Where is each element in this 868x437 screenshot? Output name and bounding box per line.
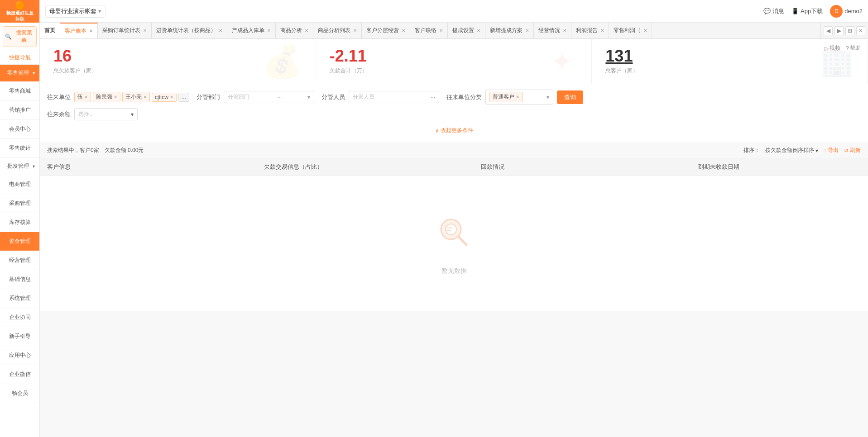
sidebar-item-system-mgmt[interactable]: 系统管理 [0, 289, 39, 308]
tab-operation-status[interactable]: 经营情况✕ [534, 23, 571, 38]
sidebar-item-app-center[interactable]: 应用中心 [0, 346, 39, 365]
tab-product-analysis-list[interactable]: 商品分析列表✕ [313, 23, 362, 38]
tab-product-inbound[interactable]: 产成品入库单✕ [227, 23, 276, 38]
dept-filter-select[interactable]: 分管部门 ··· ▾ [224, 91, 314, 103]
search-menu-button[interactable]: 🔍 搜索菜单 [3, 26, 37, 47]
company-selector[interactable]: 母婴行业演示帐套 ▾ [45, 5, 106, 18]
person-filter-select[interactable]: 分管人员 ··· [349, 91, 439, 103]
tab-label: 进货单统计表（按商品） [156, 27, 216, 34]
nav-item-label: 库存核算 [9, 218, 31, 226]
help-label: 帮助 [850, 44, 861, 52]
tab-close-icon[interactable]: ✕ [643, 28, 647, 33]
result-amount: 欠款金额 0.00元 [105, 147, 144, 154]
person-dots[interactable]: ··· [431, 94, 435, 100]
stat-total-debt: -2.11 欠款合计（万） ✦ [316, 39, 592, 84]
data-table: 客户信息 欠款交易信息（占比） 回款情况 到期未收款日期 暂无 [40, 158, 868, 311]
unit-filter-label: 往来单位 [47, 93, 71, 101]
tab-raise-settings[interactable]: 提成设置✕ [448, 23, 485, 38]
filter-tag-unit2-close[interactable]: ✕ [114, 95, 117, 100]
stat-total-debtors: 16 总欠款客户（家） 💰 [40, 39, 316, 84]
sidebar-item-ecommerce-mgmt[interactable]: 电商管理 [0, 175, 39, 194]
video-help-button[interactable]: ▷ 视频 [825, 44, 840, 52]
quick-nav-label[interactable]: 快捷导航 [3, 54, 37, 62]
collapse-filters-button[interactable]: ∧ 收起更多条件 [435, 124, 473, 137]
tab-label: 利润报告 [576, 27, 598, 34]
sidebar-item-enterprise-collab[interactable]: 企业协同 [0, 308, 39, 327]
sidebar-item-wholesale-mgmt[interactable]: 批发管理▾ [0, 158, 39, 175]
sidebar-item-membership[interactable]: 会员中心 [0, 120, 39, 139]
unit-classify-select[interactable]: 普通客户 ✕ ▾ [485, 90, 553, 104]
tab-customer-contact[interactable]: 客户联络✕ [410, 23, 448, 38]
message-button[interactable]: 💬 消息 [763, 7, 784, 15]
tab-close-icon[interactable]: ✕ [439, 28, 443, 33]
balance-filter-input[interactable]: 选择... ▾ [74, 108, 138, 120]
app-download-button[interactable]: 📱 App下载 [791, 7, 823, 15]
tab-scroll-left-button[interactable]: ◀ [824, 26, 833, 35]
nav-item-label: 零售管理 [5, 69, 31, 77]
refresh-button[interactable]: ↺ 刷新 [844, 147, 861, 154]
tabs-container: 首页客户账本✕采购订单统计表✕进货单统计表（按商品）✕产成品入库单✕商品分析✕商… [40, 23, 820, 38]
tab-close-icon[interactable]: ✕ [143, 28, 147, 33]
tab-profit-report[interactable]: 利润报告✕ [571, 23, 609, 38]
sidebar-item-retail-stats[interactable]: 零售统计 [0, 139, 39, 158]
sidebar-item-newbie-guide[interactable]: 新手引导 [0, 327, 39, 346]
collapse-icon: ∧ [435, 128, 439, 134]
filter-row-2: 往来余额 选择... ▾ [47, 108, 861, 120]
filter-more-tags-button[interactable]: ... [178, 93, 189, 102]
filter-tag-unit3-close[interactable]: ✕ [143, 95, 147, 100]
tab-customer-book[interactable]: 客户账本✕ [60, 23, 98, 38]
sidebar-item-enterprise-wechat[interactable]: 企业微信 [0, 365, 39, 384]
sidebar-item-retail-mgmt[interactable]: 零售管理▾ [0, 65, 39, 82]
tab-inbound-stats[interactable]: 进货单统计表（按商品）✕ [152, 23, 227, 38]
tab-scroll-right-button[interactable]: ▶ [834, 26, 844, 35]
unit-classify-label: 往来单位分类 [446, 93, 482, 101]
tab-customer-tier[interactable]: 客户分层经营✕ [362, 23, 410, 38]
sidebar-item-retail-mall[interactable]: 零售商城 [0, 82, 39, 101]
tab-new-raise-plan[interactable]: 新增提成方案✕ [485, 23, 534, 38]
filter-tag-unit2-label: 陈民强 [96, 93, 112, 101]
sidebar-item-marketing[interactable]: 营销推广 [0, 101, 39, 120]
tab-expand-button[interactable]: ⊞ [845, 26, 854, 35]
tab-retail-profit[interactable]: 零售利润（✕ [609, 23, 652, 38]
sort-chevron-down-icon: ▾ [815, 147, 818, 154]
sidebar-item-purchase-mgmt[interactable]: 采购管理 [0, 194, 39, 213]
tabbar-controls: ◀ ▶ ⊞ ✕ [820, 23, 868, 38]
tab-close-all-button[interactable]: ✕ [856, 26, 865, 35]
dept-dots[interactable]: ··· [277, 94, 282, 100]
tab-close-icon[interactable]: ✕ [477, 28, 480, 33]
tab-close-icon[interactable]: ✕ [267, 28, 271, 33]
tab-close-icon[interactable]: ✕ [563, 28, 566, 33]
tab-close-icon[interactable]: ✕ [600, 28, 604, 33]
tab-close-icon[interactable]: ✕ [305, 28, 308, 33]
result-bar-right: 排序： 按欠款金额倒序排序 ▾ ↑ 导出 ↺ 刷新 [743, 147, 861, 154]
help-button[interactable]: ? 帮助 [846, 44, 861, 52]
tab-close-icon[interactable]: ✕ [525, 28, 529, 33]
sidebar-item-inventory-check[interactable]: 库存核算 [0, 213, 39, 232]
nav-item-label: 会员中心 [9, 125, 31, 133]
search-menu-label: 搜索菜单 [13, 29, 34, 44]
sidebar-item-operations-mgmt[interactable]: 经营管理 [0, 251, 39, 270]
sort-select[interactable]: 按欠款金额倒序排序 ▾ [765, 147, 818, 154]
tab-product-analysis[interactable]: 商品分析✕ [276, 23, 313, 38]
sidebar-nav: 零售管理▾零售商城营销推广会员中心零售统计批发管理▾电商管理采购管理库存核算资金… [0, 65, 39, 437]
filter-tag-unit1-close[interactable]: ✕ [84, 95, 88, 100]
tab-purchase-order[interactable]: 采购订单统计表✕ [98, 23, 152, 38]
sidebar-item-basic-info[interactable]: 基础信息 [0, 270, 39, 289]
tab-close-icon[interactable]: ✕ [353, 28, 357, 33]
tab-close-icon[interactable]: ✕ [402, 28, 405, 33]
tab-close-icon[interactable]: ✕ [219, 28, 222, 33]
filter-tag-unit4-close[interactable]: ✕ [170, 95, 173, 100]
tab-home[interactable]: 首页 [40, 23, 60, 38]
sidebar-item-member-pass[interactable]: 畅会员 [0, 384, 39, 403]
sidebar-item-funds-mgmt[interactable]: 资金管理 [0, 232, 39, 251]
export-button[interactable]: ↑ 导出 [824, 147, 839, 154]
video-label: 视频 [830, 44, 840, 52]
tab-label: 客户分层经营 [366, 27, 399, 34]
user-menu-button[interactable]: D demo2 [830, 5, 863, 18]
message-icon: 💬 [763, 8, 771, 14]
tab-close-icon[interactable]: ✕ [89, 28, 93, 33]
query-button[interactable]: 查询 [557, 90, 583, 104]
logo-icon: 🟠 [15, 0, 25, 10]
classify-tag-close[interactable]: ✕ [516, 95, 519, 100]
nav-item-label: 畅会员 [12, 390, 28, 397]
